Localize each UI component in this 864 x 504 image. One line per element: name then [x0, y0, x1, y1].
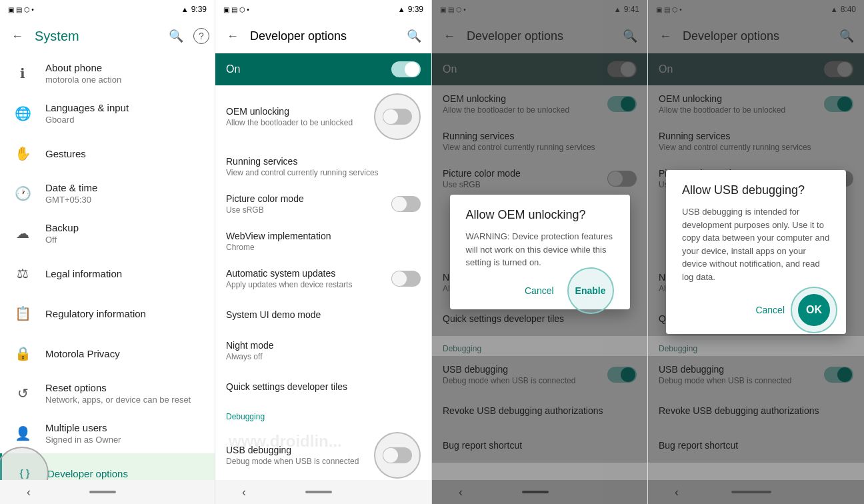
nightmode-subtitle-p2: Always off [226, 352, 421, 361]
time-p1: 9:39 [191, 5, 207, 14]
users-icon: 👤 [11, 421, 35, 445]
nightmode-title-p2: Night mode [226, 340, 421, 351]
regulatory-icon: 📋 [11, 301, 35, 325]
back-nav-p1[interactable]: ‹ [27, 485, 31, 499]
wifi-icon-p1: ▲ [181, 5, 189, 13]
back-button-p2[interactable]: ← [221, 24, 245, 48]
search-button-p2[interactable]: 🔍 [402, 24, 426, 48]
settings-item-about[interactable]: ℹ About phone motorola one action [0, 53, 215, 93]
usb-dialog-actions: Cancel OK [682, 294, 830, 326]
status-bar-right-p2: ▲ 9:39 [398, 5, 423, 14]
usb-toggle-p2[interactable] [383, 447, 412, 463]
settings-item-datetime[interactable]: 🕐 Date & time GMT+05:30 [0, 173, 215, 213]
settings-item-reset[interactable]: ↺ Reset options Network, apps, or device… [0, 373, 215, 413]
dev-toggle-thumb-p2 [405, 62, 419, 77]
colormode-title-p2: Picture color mode [226, 193, 391, 204]
gestures-title: Gestures [45, 148, 204, 159]
dev-item-oem-p2[interactable]: OEM unlocking Allow the bootloader to be… [215, 85, 431, 148]
dev-item-autoupdate-p2[interactable]: Automatic system updates Apply updates w… [215, 260, 431, 297]
oem-enable-button[interactable]: Enable [567, 280, 614, 301]
qsdev-title-p2: Quick settings developer tiles [226, 381, 421, 392]
datetime-icon: 🕐 [11, 181, 35, 205]
privacy-icon: 🔒 [11, 341, 35, 365]
settings-item-regulatory[interactable]: 📋 Regulatory information [0, 293, 215, 333]
oem-cancel-button[interactable]: Cancel [517, 280, 562, 301]
uidemo-title-p2: System UI demo mode [226, 309, 421, 320]
panel-developer-1: ▣ ▤ ⬡ • ▲ 9:39 ← Developer options 🔍 On … [215, 0, 432, 504]
usb-title-p2: USB debugging [226, 445, 374, 455]
status-bar-p2: ▣ ▤ ⬡ • ▲ 9:39 [215, 0, 431, 19]
dev-list-p2: OEM unlocking Allow the bootloader to be… [215, 85, 431, 480]
bottom-bar-p1: ‹ [0, 480, 215, 504]
back-button-p1[interactable]: ← [5, 24, 29, 48]
datetime-subtitle: GMT+05:30 [45, 195, 204, 205]
running-title-p2: Running services [226, 156, 421, 167]
usb-dialog-body: USB debugging is intended for developmen… [682, 205, 830, 283]
app-bar-p2: ← Developer options 🔍 [215, 19, 431, 53]
back-nav-p2[interactable]: ‹ [242, 485, 246, 499]
webview-title-p2: WebView implementation [226, 231, 421, 241]
oem-dialog-actions: Cancel Enable [466, 280, 614, 301]
usb-cancel-button[interactable]: Cancel [747, 294, 793, 326]
running-subtitle-p2: View and control currently running servi… [226, 168, 421, 177]
dev-toggle-p2[interactable] [391, 61, 421, 77]
about-title: About phone [45, 62, 204, 73]
dev-item-uidemo-p2[interactable]: System UI demo mode [215, 297, 431, 332]
colormode-toggle-p2[interactable] [391, 196, 421, 212]
panel-developer-3: ▣ ▤ ⬡ • ▲ 8:40 ← Developer options 🔍 On … [648, 0, 864, 504]
dev-item-usb-p2[interactable]: USB debugging Debug mode when USB is con… [215, 424, 431, 480]
developer-title: Developer options [47, 468, 204, 479]
oem-toggle-p2[interactable] [383, 109, 412, 125]
autoupdate-title-p2: Automatic system updates [226, 268, 391, 279]
backup-icon: ☁ [11, 221, 35, 245]
webview-subtitle-p2: Chrome [226, 243, 421, 252]
usb-ok-button[interactable]: OK [798, 294, 830, 326]
notification-icons-p1: ▣ ▤ ⬡ • [8, 6, 34, 13]
dev-on-label-p2: On [226, 63, 240, 75]
status-bar-p1: ▣ ▤ ⬡ • ▲ 9:39 [0, 0, 215, 19]
autoupdate-subtitle-p2: Apply updates when device restarts [226, 280, 391, 289]
help-button-p1[interactable]: ? [193, 28, 209, 44]
reset-icon: ↺ [11, 381, 35, 405]
backup-title: Backup [45, 222, 204, 233]
settings-item-backup[interactable]: ☁ Backup Off [0, 213, 215, 253]
usb-subtitle-p2: Debug mode when USB is connected [226, 457, 374, 466]
language-icon: 🌐 [11, 101, 35, 125]
settings-list-p1: ℹ About phone motorola one action 🌐 Lang… [0, 53, 215, 480]
search-button-p1[interactable]: 🔍 [164, 24, 188, 48]
settings-item-legal[interactable]: ⚖ Legal information [0, 253, 215, 293]
oem-dialog-body: WARNING: Device protection features will… [466, 230, 614, 269]
dev-item-colormode-p2[interactable]: Picture color mode Use sRGB [215, 185, 431, 223]
settings-item-language[interactable]: 🌐 Languages & input Gboard [0, 93, 215, 133]
settings-item-privacy[interactable]: 🔒 Motorola Privacy [0, 333, 215, 373]
page-title-p2: Developer options [250, 29, 397, 43]
dev-item-qsdev-p2[interactable]: Quick settings developer tiles [215, 369, 431, 404]
dialog-overlay-p4: Allow USB debugging? USB debugging is in… [648, 0, 864, 504]
status-bar-left-p1: ▣ ▤ ⬡ • [8, 6, 34, 13]
legal-icon: ⚖ [11, 261, 35, 285]
usb-dialog-title: Allow USB debugging? [682, 183, 830, 197]
privacy-title: Motorola Privacy [45, 348, 204, 359]
settings-item-gestures[interactable]: ✋ Gestures [0, 133, 215, 173]
time-p2: 9:39 [408, 5, 423, 14]
home-indicator-p2 [305, 491, 332, 493]
notification-icons-p2: ▣ ▤ ⬡ • [223, 6, 249, 13]
users-subtitle: Signed in as Owner [45, 435, 204, 445]
dev-item-webview-p2[interactable]: WebView implementation Chrome [215, 223, 431, 260]
users-title: Multiple users [45, 422, 204, 433]
settings-item-users[interactable]: 👤 Multiple users Signed in as Owner [0, 413, 215, 453]
dev-on-header-p2: On [215, 53, 431, 85]
dev-item-running-p2[interactable]: Running services View and control curren… [215, 148, 431, 185]
developer-icon: { } [13, 461, 37, 480]
oem-title-p2: OEM unlocking [226, 106, 374, 117]
dev-item-nightmode-p2[interactable]: Night mode Always off [215, 332, 431, 369]
wifi-icon-p2: ▲ [398, 5, 405, 13]
oem-dialog: Allow OEM unlocking? WARNING: Device pro… [450, 195, 630, 309]
panel-developer-2: ▣ ▤ ⬡ • ▲ 9:41 ← Developer options 🔍 On … [432, 0, 648, 504]
reset-subtitle: Network, apps, or device can be reset [45, 395, 204, 405]
backup-subtitle: Off [45, 235, 204, 245]
regulatory-title: Regulatory information [45, 308, 204, 319]
autoupdate-toggle-p2[interactable] [391, 271, 421, 287]
dialog-overlay-p3: Allow OEM unlocking? WARNING: Device pro… [432, 0, 647, 504]
settings-item-developer[interactable]: { } Developer options [0, 453, 215, 480]
